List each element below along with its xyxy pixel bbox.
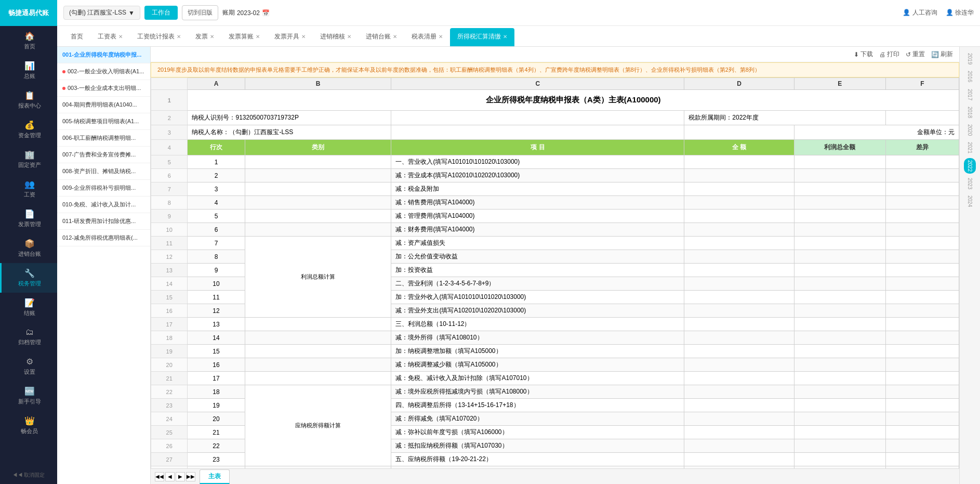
sidebar-item-payroll[interactable]: 👥 工资 [0,174,57,204]
sidebar-item-invoice[interactable]: 📄 发票管理 [0,204,57,233]
workbench-button[interactable]: 工作台 [144,6,178,20]
col-a-header: A [188,78,245,90]
list-item-007[interactable]: 007-广告费和业务宣传费摊... [57,147,150,163]
old-version-button[interactable]: 切到旧版 [182,5,218,20]
timeline-year-2018[interactable]: 2018 [966,104,974,120]
reset-button[interactable]: ↺ 重置 [906,50,925,59]
list-item-003-dot [62,87,65,90]
nav-tabs: 首页 工资表 ✕ 工资统计报表 ✕ 发票 ✕ 发票算账 ✕ 发票开具 ✕ 进销稽… [57,26,980,47]
timeline-year-2016[interactable]: 2016 [966,69,974,84]
sidebar-item-home[interactable]: 🏠 首页 [0,26,57,56]
list-item-006[interactable]: 006-职工薪酬纳税调整明细... [57,130,150,147]
sidebar-item-ledger[interactable]: 📊 总账 [0,56,57,85]
list-item-008[interactable]: 008-资产折旧、摊销及纳税... [57,163,150,180]
sidebar-label-reports: 报表中心 [18,102,41,110]
sheet-nav-prev[interactable]: ◀ [165,472,175,481]
sidebar-item-assets[interactable]: 🏢 固定资产 [0,145,57,174]
tab-income-tax-close[interactable]: ✕ [503,34,507,40]
timeline-year-2019[interactable]: 2019 [966,51,974,67]
list-item-003[interactable]: 003-一般企业成本支出明细... [57,80,150,97]
tab-invoice-calc-close[interactable]: ✕ [256,34,260,40]
sidebar-item-closing[interactable]: 📝 结账 [0,293,57,322]
timeline-year-2023[interactable]: 2023 [966,176,974,191]
tab-invoice-close[interactable]: ✕ [210,34,214,40]
tab-payroll-label: 工资表 [98,32,116,41]
sidebar-item-archive[interactable]: 🗂 归档管理 [0,322,57,351]
table-row-title: 1 企业所得税年度纳税申报表（A类）主表(A100000) [151,90,959,111]
list-item-005-label: 005-纳税调整项目明细表(A1... [62,117,139,125]
sidebar-label-payroll: 工资 [24,191,35,199]
ai-consult-button[interactable]: 👤 人工咨询 [903,8,937,17]
list-item-001[interactable]: 001-企业所得税年度纳税申报... [57,47,150,63]
table-row: 19 15 加：纳税调整增加额（填写A105000） [151,345,959,358]
sidebar-item-settings[interactable]: ⚙ 设置 [0,351,57,381]
company-selector[interactable]: (勾删) 江西服宝-LSS ▼ [63,6,140,20]
col-header-category: 类别 [245,140,391,155]
table-row-taxpayer-id: 2 纳税人识别号：91320500703719732P 税款所属期间：2022年… [151,111,959,125]
list-item-004-label: 004-期间费用明细表(A1040... [62,101,137,109]
assets-icon: 🏢 [24,150,35,160]
row-num-1: 1 [151,90,188,111]
content-area: 001-企业所得税年度纳税申报... 002-一般企业收入明细表(A1... 0… [57,47,980,484]
sidebar-item-member[interactable]: 👑 畅会员 [0,411,57,440]
tab-home[interactable]: 首页 [63,28,90,46]
sheet-tab-main[interactable]: 主表 [200,469,230,484]
list-item-001-label: 001-企业所得税年度纳税申报... [62,51,141,59]
user-profile[interactable]: 👤 徐连华 [946,8,974,17]
tab-income-tax[interactable]: 所得税汇算清缴 ✕ [450,28,514,46]
tab-invoice[interactable]: 发票 ✕ [188,28,221,46]
sheet-nav-first[interactable]: ◀◀ [155,472,164,481]
list-item-004[interactable]: 004-期间费用明细表(A1040... [57,97,150,113]
list-item-002[interactable]: 002-一般企业收入明细表(A1... [57,63,150,80]
reset-label: 重置 [912,50,925,59]
list-item-010-label: 010-免税、减计收入及加计... [62,201,136,208]
tab-invoice-issue[interactable]: 发票开具 ✕ [267,28,313,46]
tab-audit[interactable]: 进销稽核 ✕ [313,28,359,46]
tab-tax-table[interactable]: 税表清册 ✕ [404,28,450,46]
tab-payroll[interactable]: 工资表 ✕ [90,28,130,46]
tab-payroll-report[interactable]: 工资统计报表 ✕ [130,28,188,46]
timeline-year-2021[interactable]: 2021 [966,140,974,155]
list-item-005[interactable]: 005-纳税调整项目明细表(A1... [57,113,150,130]
tab-audit-close[interactable]: ✕ [347,34,351,40]
tab-payroll-close[interactable]: ✕ [118,34,123,40]
pin-label: ◀◀ 取消固定 [12,472,45,478]
tab-ledger[interactable]: 进销台账 ✕ [359,28,404,46]
sidebar-label-closing: 结账 [24,309,35,317]
list-item-010[interactable]: 010-免税、减计收入及加计... [57,197,150,213]
list-item-012-label: 012-减免所得税优惠明细表(... [62,234,138,242]
sheet-nav-last[interactable]: ▶▶ [186,472,195,481]
sidebar-item-guide[interactable]: 🆕 新手引导 [0,381,57,411]
download-button[interactable]: ⬇ 下载 [854,50,873,59]
company-name: (勾删) 江西服宝-LSS [69,8,126,17]
list-item-009[interactable]: 009-企业所得税补亏损明细... [57,180,150,197]
timeline-year-2017[interactable]: 2017 [966,87,974,102]
sidebar-item-tax[interactable]: 🔧 税务管理 [0,263,57,293]
sidebar-item-sales[interactable]: 📦 进销台账 [0,233,57,263]
accounting-period-display: 账期 2023-02 📅 [222,8,270,17]
timeline-year-2024[interactable]: 2024 [966,193,974,209]
tab-invoice-issue-close[interactable]: ✕ [301,34,306,40]
tab-ledger-close[interactable]: ✕ [393,34,397,40]
sheet-nav-next[interactable]: ▶ [176,472,185,481]
timeline-year-2022[interactable]: 2022 [964,158,976,174]
sidebar-item-finance[interactable]: 💰 资金管理 [0,115,57,145]
pin-toggle[interactable]: ◀◀ 取消固定 [0,466,57,484]
calendar-icon[interactable]: 📅 [262,9,270,17]
member-icon: 👑 [24,416,35,426]
tab-tax-table-close[interactable]: ✕ [439,34,443,40]
timeline-year-2020[interactable]: 2020 [966,122,974,138]
col-e-header: E [794,78,885,90]
tab-payroll-report-close[interactable]: ✕ [177,34,181,40]
tab-invoice-calc[interactable]: 发票算账 ✕ [221,28,267,46]
refresh-button[interactable]: 🔄 刷新 [931,50,953,59]
list-item-011[interactable]: 011-研发费用加计扣除优惠... [57,213,150,230]
print-button[interactable]: 🖨 打印 [879,50,899,59]
sidebar-item-reports[interactable]: 📋 报表中心 [0,85,57,115]
corner-cell [151,78,188,90]
list-item-012[interactable]: 012-减免所得税优惠明细表(... [57,230,150,246]
empty-cell-2c [391,111,684,125]
download-icon: ⬇ [854,51,859,58]
table-scroll[interactable]: A B C D E F 1 企业所得税年度纳税申报表（A类）主表(A100000… [151,77,959,468]
tab-invoice-calc-label: 发票算账 [229,32,254,41]
